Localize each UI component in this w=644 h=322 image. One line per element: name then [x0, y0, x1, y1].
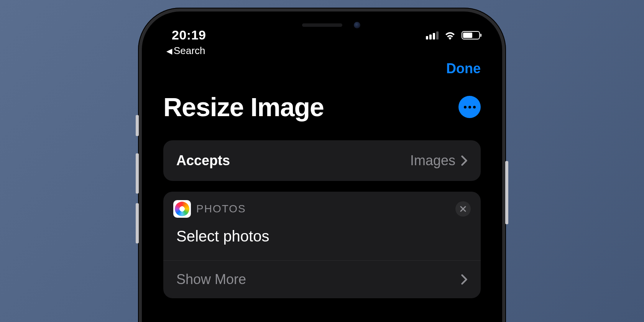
notch	[249, 15, 395, 36]
speaker-grill	[302, 23, 342, 27]
photos-card-header-left: PHOTOS	[173, 200, 246, 218]
content-area: Accepts Images PHOTOS	[145, 133, 499, 298]
chevron-right-icon	[461, 274, 468, 285]
photos-app-label: PHOTOS	[196, 203, 246, 215]
volume-up-button	[136, 153, 139, 194]
photos-app-icon	[173, 200, 191, 218]
battery-icon	[462, 31, 480, 39]
close-icon	[460, 205, 467, 212]
show-more-row[interactable]: Show More	[163, 261, 481, 298]
show-more-label: Show More	[176, 271, 246, 288]
page-title: Resize Image	[163, 92, 324, 122]
status-bar-left: 20:19 ◀ Search	[172, 28, 206, 57]
accepts-cell[interactable]: Accepts Images	[163, 140, 481, 181]
select-photos-title[interactable]: Select photos	[163, 221, 481, 260]
cellular-signal-icon	[426, 31, 439, 39]
delete-action-button[interactable]	[455, 201, 471, 217]
back-label: Search	[174, 45, 205, 57]
chevron-right-icon	[461, 155, 468, 166]
phone-screen: 20:19 ◀ Search	[145, 15, 499, 322]
accepts-value-group: Images	[410, 153, 468, 169]
status-time: 20:19	[172, 28, 206, 43]
back-arrow-icon: ◀	[166, 46, 172, 56]
volume-down-button	[136, 203, 139, 243]
photos-action-card: PHOTOS Select photos Show More	[163, 192, 481, 298]
done-button[interactable]: Done	[446, 61, 481, 77]
photos-card-header: PHOTOS	[163, 192, 481, 221]
phone-bezel: 20:19 ◀ Search	[142, 12, 502, 322]
back-to-search-button[interactable]: ◀ Search	[166, 45, 206, 57]
header-row: Resize Image	[145, 77, 499, 133]
wifi-icon	[444, 31, 456, 40]
more-options-button[interactable]	[458, 96, 481, 118]
front-camera	[354, 22, 360, 28]
phone-frame: 20:19 ◀ Search	[138, 8, 506, 322]
status-bar-right	[426, 28, 480, 40]
ringer-switch	[136, 115, 139, 136]
accepts-label: Accepts	[176, 153, 230, 169]
power-button	[505, 161, 508, 224]
accepts-value: Images	[410, 153, 455, 169]
ellipsis-icon	[464, 106, 467, 108]
